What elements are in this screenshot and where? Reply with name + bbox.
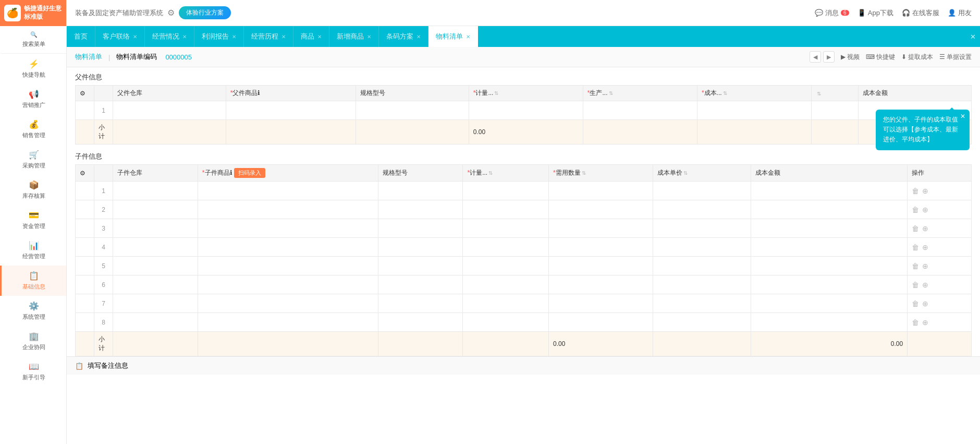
online-service-button[interactable]: 🎧 在线客服 (902, 8, 939, 18)
child-row-4-qty-needed[interactable] (549, 238, 653, 257)
parent-row-1-spec[interactable] (356, 101, 469, 120)
child-row-4-warehouse[interactable] (113, 238, 198, 257)
tab-close-product[interactable]: ✕ (317, 34, 322, 40)
nav-prev[interactable]: ◀ (810, 51, 821, 63)
sidebar-item-sales[interactable]: 💰 销售管理 (0, 114, 66, 145)
try-button[interactable]: 体验行业方案 (179, 6, 231, 19)
child-row-4-qty[interactable] (463, 238, 549, 257)
child-row-3-copy-icon[interactable]: ⊕ (922, 224, 928, 233)
child-row-2-delete-icon[interactable]: 🗑 (912, 206, 919, 214)
extract-cost-action[interactable]: ⬇ 提取成本 (901, 53, 933, 62)
child-row-7-product[interactable] (198, 294, 378, 313)
scan-input-button[interactable]: 扫码录入 (234, 168, 265, 178)
tab-product[interactable]: 商品 ✕ (293, 26, 329, 47)
tab-profit[interactable]: 利润报告 ✕ (194, 26, 244, 47)
sidebar-search[interactable]: 🔍 搜索菜单 (0, 26, 66, 54)
child-row-2-warehouse[interactable] (113, 200, 198, 219)
tab-close-bom[interactable]: ✕ (466, 34, 470, 40)
child-row-8-product[interactable] (198, 313, 378, 332)
child-row-2-qty-needed[interactable] (549, 200, 653, 219)
tab-close-barcode[interactable]: ✕ (416, 34, 421, 40)
sidebar-item-purchase[interactable]: 🛒 采购管理 (0, 145, 66, 175)
child-row-6-delete-icon[interactable]: 🗑 (912, 281, 919, 289)
child-row-5-qty[interactable] (463, 257, 549, 275)
tab-close-new-product[interactable]: ✕ (367, 34, 371, 40)
tab-bom[interactable]: 物料清单 ✕ (428, 26, 478, 47)
child-row-7-delete-icon[interactable]: 🗑 (912, 299, 919, 308)
parent-row-1-product[interactable] (226, 101, 356, 120)
child-row-6-qty-needed[interactable] (549, 275, 653, 294)
child-row-6-warehouse[interactable] (113, 275, 198, 294)
tab-history[interactable]: 经营历程 ✕ (244, 26, 293, 47)
child-row-1-cost-unit[interactable] (653, 182, 751, 200)
child-row-4-cost-unit[interactable] (653, 238, 751, 257)
child-row-4-delete-icon[interactable]: 🗑 (912, 243, 919, 251)
nav-next[interactable]: ▶ (823, 51, 835, 63)
child-row-1-spec[interactable] (378, 182, 463, 200)
view-action[interactable]: ▶ 视频 (841, 53, 860, 62)
child-row-4-product[interactable] (198, 238, 378, 257)
child-row-8-spec[interactable] (378, 313, 463, 332)
child-row-8-qty-needed[interactable] (549, 313, 653, 332)
sidebar-item-enterprise[interactable]: 🏢 企业协同 (0, 326, 66, 356)
tab-global-close[interactable]: ✕ (966, 33, 980, 41)
child-row-5-copy-icon[interactable]: ⊕ (922, 262, 928, 270)
child-row-1-qty-needed[interactable] (549, 182, 653, 200)
child-row-6-spec[interactable] (378, 275, 463, 294)
child-row-2-qty[interactable] (463, 200, 549, 219)
child-row-1-qty[interactable] (463, 182, 549, 200)
child-row-6-qty[interactable] (463, 275, 549, 294)
child-row-3-cost-unit[interactable] (653, 219, 751, 238)
child-row-2-cost-unit[interactable] (653, 200, 751, 219)
parent-col-settings[interactable]: ⚙ (76, 86, 94, 101)
tab-home[interactable]: 首页 (67, 26, 95, 47)
topbar-settings-icon[interactable]: ⚙ (167, 8, 175, 18)
breadcrumb-bom[interactable]: 物料清单 (75, 52, 102, 62)
tab-customer[interactable]: 客户联络 ✕ (95, 26, 145, 47)
child-row-8-delete-icon[interactable]: 🗑 (912, 318, 919, 327)
parent-row-1-warehouse[interactable] (113, 101, 226, 120)
parent-row-1-production[interactable] (583, 101, 697, 120)
child-row-2-product[interactable] (198, 200, 378, 219)
user-menu[interactable]: 👤 用友 (948, 8, 972, 18)
child-row-3-qty-needed[interactable] (549, 219, 653, 238)
child-row-4-spec[interactable] (378, 238, 463, 257)
tab-close-profit[interactable]: ✕ (232, 34, 236, 40)
child-row-3-warehouse[interactable] (113, 219, 198, 238)
child-row-3-qty[interactable] (463, 219, 549, 238)
child-row-3-product[interactable] (198, 219, 378, 238)
child-col-settings[interactable]: ⚙ (76, 165, 94, 182)
child-row-7-cost-unit[interactable] (653, 294, 751, 313)
child-row-1-copy-icon[interactable]: ⊕ (922, 187, 928, 195)
child-row-8-warehouse[interactable] (113, 313, 198, 332)
child-row-5-spec[interactable] (378, 257, 463, 275)
sidebar-item-guide[interactable]: 📖 新手引导 (0, 356, 66, 387)
sidebar-item-system[interactable]: ⚙️ 系统管理 (0, 296, 66, 326)
parent-row-1-qty[interactable] (469, 101, 583, 120)
child-row-6-cost-unit[interactable] (653, 275, 751, 294)
shortcut-action[interactable]: ⌨ 快捷键 (866, 53, 895, 62)
child-row-5-cost-unit[interactable] (653, 257, 751, 275)
tab-barcode[interactable]: 条码方案 ✕ (379, 26, 428, 47)
tab-new-product[interactable]: 新增商品 ✕ (329, 26, 379, 47)
child-row-5-qty-needed[interactable] (549, 257, 653, 275)
child-row-5-warehouse[interactable] (113, 257, 198, 275)
sidebar-item-basic-info[interactable]: 📋 基础信息 (0, 266, 66, 296)
child-row-5-delete-icon[interactable]: 🗑 (912, 262, 919, 270)
child-row-5-product[interactable] (198, 257, 378, 275)
sidebar-item-marketing[interactable]: 📢 营销推广 (0, 84, 66, 114)
single-settings-action[interactable]: ☰ 单据设置 (939, 53, 972, 62)
child-row-7-qty-needed[interactable] (549, 294, 653, 313)
sidebar-item-inventory[interactable]: 📦 库存核算 (0, 175, 66, 205)
child-row-3-delete-icon[interactable]: 🗑 (912, 224, 919, 233)
child-row-8-copy-icon[interactable]: ⊕ (922, 318, 928, 327)
child-row-6-product[interactable] (198, 275, 378, 294)
child-row-7-warehouse[interactable] (113, 294, 198, 313)
child-row-7-spec[interactable] (378, 294, 463, 313)
tab-close-history[interactable]: ✕ (281, 34, 286, 40)
message-button[interactable]: 💬 消息 6 (815, 8, 849, 18)
child-row-7-copy-icon[interactable]: ⊕ (922, 299, 928, 308)
app-download-button[interactable]: 📱 App下载 (858, 8, 893, 18)
child-row-1-delete-icon[interactable]: 🗑 (912, 187, 919, 195)
tab-close-customer[interactable]: ✕ (133, 34, 137, 40)
